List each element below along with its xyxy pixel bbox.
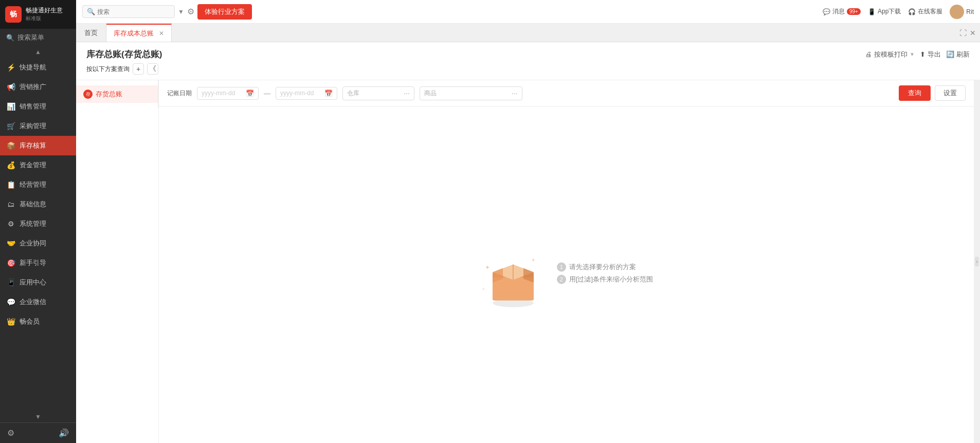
inventory-icon: 📦 [6,141,15,150]
svg-rect-2 [493,277,534,300]
tab-home[interactable]: 首页 [76,24,106,42]
step-2-num: 2 [557,275,566,284]
messages-item[interactable]: 💬 消息 99+ [823,7,861,16]
sidebar-item-wechat[interactable]: 💬 企业微信 [0,292,76,312]
print-template-btn[interactable]: 🖨 按模板打印 ▼ [865,50,915,59]
sidebar-item-app-center[interactable]: 📱 应用中心 [0,273,76,292]
topbar-search-area: 🔍 ▼ ⚙ 体验行业方案 [82,4,819,20]
empty-state: ✦ ✦ ● 1 请先选择要分析的方案 2 用[过滤]条件来缩小分析范围 [159,107,974,443]
topbar-chevron-icon[interactable]: ▼ [178,8,184,15]
empty-hints: 1 请先选择要分析的方案 2 用[过滤]条件来缩小分析范围 [557,262,653,287]
search-icon: 🔍 [6,34,14,42]
app-download-item[interactable]: 📱 App下载 [868,7,901,16]
search-box[interactable]: 🔍 [82,5,175,18]
sidebar-item-operation[interactable]: 📋 经营管理 [0,175,76,194]
sidebar-item-cooperation[interactable]: 🤝 企业协同 [0,234,76,253]
cooperation-icon: 🤝 [6,239,15,248]
industry-btn[interactable]: 体验行业方案 [197,4,252,20]
sidebar-footer: ⚙ 🔊 [0,422,76,443]
date-field-label: 记账日期 [167,89,192,98]
settings-button[interactable]: 设置 [935,85,966,101]
sidebar-item-label: 库存核算 [20,141,46,150]
search-menu[interactable]: 🔍 搜索菜单 [0,29,76,46]
marketing-icon: 📢 [6,82,15,92]
tab-maximize-icon[interactable]: ⛶ [959,29,967,37]
filter-add-btn[interactable]: + [133,63,144,75]
sidebar-item-member[interactable]: 👑 畅会员 [0,312,76,331]
warehouse-more-icon[interactable]: ··· [404,89,410,97]
empty-hint-1: 1 请先选择要分析的方案 [557,262,653,272]
empty-svg: ✦ ✦ ● [480,244,547,311]
svg-text:●: ● [482,287,485,291]
app-version: 标准版 [26,15,63,22]
online-service-item[interactable]: 🎧 在线客服 [908,7,942,16]
filter-fields-row: 记账日期 yyyy-mm-dd 📅 — yyyy-mm-dd 📅 仓库 ··· [159,80,974,107]
scheme-item-inventory-ledger[interactable]: 存 存货总账 [76,85,158,103]
app-download-icon: 📱 [868,8,876,15]
scroll-down-button[interactable]: ▼ [35,413,41,420]
filter-label: 按以下方案查询 [86,65,130,74]
sidebar-item-label: 经营管理 [20,180,46,189]
scheme-sidebar: 存 存货总账 [76,80,158,108]
tabbar: 首页 库存成本总账 ✕ ⛶ ✕ [76,24,980,42]
app-center-icon: 📱 [6,278,15,287]
sidebar-item-marketing[interactable]: 📢 营销推广 [0,77,76,97]
topbar-gear-icon[interactable]: ⚙ [187,7,194,16]
page-title: 库存总账(存货总账) [86,48,162,60]
warehouse-field[interactable]: 仓库 ··· [342,86,414,100]
sidebar-item-sales[interactable]: 📊 销售管理 [0,97,76,116]
guide-icon: 🎯 [6,258,15,268]
date-end-input[interactable]: yyyy-mm-dd 📅 [276,87,337,100]
product-more-icon[interactable]: ··· [512,89,518,97]
page-actions: 🖨 按模板打印 ▼ ⬆ 导出 🔄 刷新 [865,50,970,59]
sidebar-item-system[interactable]: ⚙ 系统管理 [0,214,76,234]
sidebar-item-label: 采购管理 [20,121,46,131]
tab-close-icon[interactable]: ✕ [159,30,164,37]
query-button[interactable]: 查询 [899,85,931,101]
app-logo: 畅 畅捷通好生意 标准版 [0,0,76,29]
filter-section: 库存总账(存货总账) 🖨 按模板打印 ▼ ⬆ 导出 🔄 刷新 [76,42,980,80]
online-service-label: 在线客服 [918,7,942,16]
user-name: Rit [966,8,974,15]
scroll-up-button[interactable]: ▲ [35,48,41,56]
sidebar-item-purchase[interactable]: 🛒 采购管理 [0,116,76,136]
sidebar-item-inventory[interactable]: 📦 库存核算 [0,136,76,155]
tab-inventory-ledger[interactable]: 库存成本总账 ✕ [106,24,172,42]
right-panel-toggle[interactable]: › [975,257,978,267]
tab-close-window-icon[interactable]: ✕ [970,29,976,37]
date-start-input[interactable]: yyyy-mm-dd 📅 [197,87,259,100]
empty-hint-1-text: 请先选择要分析的方案 [569,262,636,272]
svg-text:✦: ✦ [531,257,535,263]
sidebar-item-quick-nav[interactable]: ⚡ 快捷导航 [0,58,76,77]
print-icon: 🖨 [865,50,872,58]
headset-icon: 🎧 [908,8,916,15]
calendar-end-icon[interactable]: 📅 [324,90,333,97]
refresh-btn[interactable]: 🔄 刷新 [946,50,970,59]
settings-footer-icon[interactable]: ⚙ [7,428,14,438]
system-icon: ⚙ [6,219,15,228]
right-content: 记账日期 yyyy-mm-dd 📅 — yyyy-mm-dd 📅 仓库 ··· [159,80,974,443]
search-menu-label: 搜索菜单 [17,33,44,42]
search-input[interactable] [97,8,159,15]
calendar-start-icon[interactable]: 📅 [246,90,254,97]
export-btn[interactable]: ⬆ 导出 [920,50,941,59]
sidebar-item-label: 企业微信 [20,297,46,307]
messages-label: 消息 [832,7,845,16]
search-box-icon: 🔍 [87,8,95,15]
audio-footer-icon[interactable]: 🔊 [59,428,69,438]
product-field[interactable]: 商品 ··· [420,86,522,100]
sidebar-item-guide[interactable]: 🎯 新手引导 [0,253,76,273]
basic-info-icon: 🗂 [6,200,15,209]
sidebar-item-label: 基础信息 [20,200,46,209]
export-icon: ⬆ [920,50,925,58]
sidebar-item-basic-info[interactable]: 🗂 基础信息 [0,194,76,214]
quick-nav-icon: ⚡ [6,63,15,72]
filter-controls: 按以下方案查询 + 《 [86,63,970,80]
filter-collapse-btn[interactable]: 《 [147,63,158,75]
user-avatar-item[interactable]: Rit [950,5,974,19]
print-chevron-icon[interactable]: ▼ [910,51,915,57]
inventory-ledger-tab-label: 库存成本总账 [114,29,154,38]
export-label: 导出 [928,50,941,59]
sidebar-item-finance[interactable]: 💰 资金管理 [0,155,76,175]
logo-icon: 畅 [5,6,22,23]
